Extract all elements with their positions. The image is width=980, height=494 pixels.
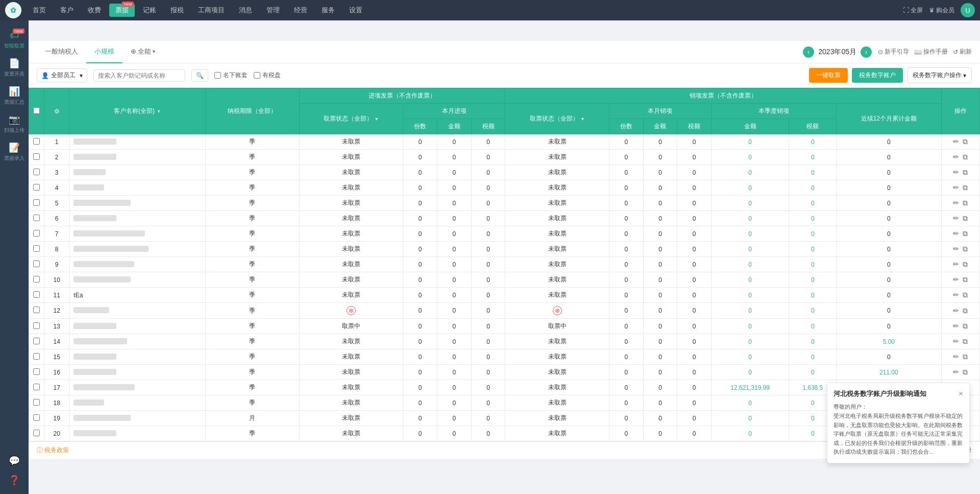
nav-management[interactable]: 管理 xyxy=(260,4,286,17)
row-checkbox-8[interactable] xyxy=(33,245,40,252)
copy-btn-1[interactable]: ⧉ xyxy=(963,137,968,146)
has-taxpad-checkbox[interactable] xyxy=(254,72,260,79)
row-checkbox-4[interactable] xyxy=(33,184,40,191)
refresh-btn[interactable]: ↺ 刷新 xyxy=(953,48,972,56)
copy-btn-8[interactable]: ⧉ xyxy=(963,245,968,253)
vip-btn[interactable]: ♛ 购会员 xyxy=(929,6,954,15)
copy-btn-2[interactable]: ⧉ xyxy=(963,153,968,161)
edit-btn-13[interactable]: ✏ xyxy=(953,322,959,330)
ticket-summary-icon: 📊 xyxy=(9,86,20,97)
copy-btn-9[interactable]: ⧉ xyxy=(963,260,968,268)
select-all-checkbox[interactable] xyxy=(33,107,40,114)
copy-btn-6[interactable]: ⧉ xyxy=(963,214,968,222)
sidebar-item-scan-upload[interactable]: 📷 扫描上传 xyxy=(0,110,29,138)
edit-btn-10[interactable]: ✏ xyxy=(953,275,959,284)
notif-close-btn[interactable]: × xyxy=(959,389,963,398)
my-accounts-checkbox-label[interactable]: 名下账套 xyxy=(214,71,248,80)
edit-btn-11[interactable]: ✏ xyxy=(953,291,959,299)
tab-general-taxpayer[interactable]: 一般纳税人 xyxy=(37,41,86,63)
row-checkbox-20[interactable] xyxy=(33,430,40,436)
row-checkbox-1[interactable] xyxy=(33,138,40,145)
sidebar-item-ticket-summary[interactable]: 📊 票据汇总 xyxy=(0,82,29,110)
edit-btn-1[interactable]: ✏ xyxy=(953,137,959,146)
row-checkbox-11[interactable] xyxy=(33,291,40,298)
sidebar-chat-btn[interactable]: 💬 xyxy=(6,452,23,469)
copy-btn-3[interactable]: ⧉ xyxy=(963,168,968,176)
edit-btn-9[interactable]: ✏ xyxy=(953,260,959,268)
row-checkbox-6[interactable] xyxy=(33,215,40,221)
row-checkbox-3[interactable] xyxy=(33,169,40,175)
tax-policy-link[interactable]: ⓘ 税务政策 xyxy=(37,446,69,455)
row-checkbox-5[interactable] xyxy=(33,199,40,206)
nav-clients[interactable]: 客户 xyxy=(54,4,80,17)
has-taxpad-checkbox-label[interactable]: 有税盘 xyxy=(254,71,281,80)
period-prev-btn[interactable]: ‹ xyxy=(803,46,814,58)
th-settings[interactable]: ⚙ xyxy=(44,88,69,134)
row-checkbox-18[interactable] xyxy=(33,399,40,406)
row-checkbox-7[interactable] xyxy=(33,230,40,237)
copy-btn-14[interactable]: ⧉ xyxy=(963,337,968,345)
edit-btn-8[interactable]: ✏ xyxy=(953,245,959,253)
edit-btn-6[interactable]: ✏ xyxy=(953,214,959,222)
edit-btn-2[interactable]: ✏ xyxy=(953,153,959,161)
nav-accounting[interactable]: 记账 xyxy=(137,4,162,17)
nav-business[interactable]: 工商项目 xyxy=(192,4,231,17)
period-next-btn[interactable]: › xyxy=(861,46,872,58)
nav-settings[interactable]: 设置 xyxy=(343,4,369,17)
my-accounts-checkbox[interactable] xyxy=(214,72,221,79)
row-checkbox-19[interactable] xyxy=(33,414,40,421)
row-checkbox-12[interactable] xyxy=(33,307,40,313)
row-in-tax: 0 xyxy=(471,165,505,180)
sidebar-help-btn[interactable]: ❓ xyxy=(6,472,23,489)
edit-btn-5[interactable]: ✏ xyxy=(953,199,959,207)
copy-btn-12[interactable]: ⧉ xyxy=(963,307,968,315)
row-checkbox-16[interactable] xyxy=(33,368,40,375)
new-guide-btn[interactable]: ⊙ 新手引导 xyxy=(878,48,909,56)
edit-btn-4[interactable]: ✏ xyxy=(953,183,959,192)
nav-messages[interactable]: 消息 xyxy=(233,4,258,17)
user-avatar[interactable]: U xyxy=(961,3,975,17)
nav-tickets[interactable]: 票据 new xyxy=(109,4,135,17)
sidebar-item-invoice-open[interactable]: 📄 发票开具 xyxy=(0,54,29,82)
manual-btn[interactable]: 📖 操作手册 xyxy=(914,48,948,56)
edit-btn-14[interactable]: ✏ xyxy=(953,337,959,345)
tax-digital-op-btn[interactable]: 税务数字账户操作 ▾ xyxy=(907,67,972,83)
one-click-btn[interactable]: 一键取票 xyxy=(809,68,848,83)
edit-btn-7[interactable]: ✏ xyxy=(953,229,959,238)
sidebar-item-ticket-entry[interactable]: 📝 票据录入 xyxy=(0,138,29,166)
copy-btn-11[interactable]: ⧉ xyxy=(963,291,968,299)
nav-tax[interactable]: 报税 xyxy=(164,4,190,17)
edit-btn-15[interactable]: ✏ xyxy=(953,352,959,361)
tab-small-scale[interactable]: 小规模 xyxy=(86,41,122,63)
copy-btn-16[interactable]: ⧉ xyxy=(963,368,968,376)
tab-all[interactable]: ⊕全能 ▾ xyxy=(122,41,163,63)
row-checkbox-15[interactable] xyxy=(33,353,40,360)
row-checkbox-17[interactable] xyxy=(33,384,40,390)
copy-btn-13[interactable]: ⧉ xyxy=(963,322,968,330)
nav-services[interactable]: 服务 xyxy=(315,4,341,17)
copy-btn-15[interactable]: ⧉ xyxy=(963,352,968,361)
row-checkbox-10[interactable] xyxy=(33,276,40,283)
copy-btn-10[interactable]: ⧉ xyxy=(963,275,968,284)
nav-home[interactable]: 首页 xyxy=(27,4,52,17)
row-client-name: tEa xyxy=(69,288,206,303)
row-checkbox-2[interactable] xyxy=(33,153,40,160)
row-checkbox-13[interactable] xyxy=(33,322,40,329)
edit-btn-3[interactable]: ✏ xyxy=(953,168,959,176)
row-checkbox-9[interactable] xyxy=(33,261,40,267)
nav-fees[interactable]: 收费 xyxy=(82,4,107,17)
nav-operation[interactable]: 经营 xyxy=(288,4,313,17)
employee-filter[interactable]: 👤 全部员工 ▾ xyxy=(37,68,87,82)
fullscreen-btn[interactable]: ⛶ 全屏 xyxy=(903,6,923,15)
edit-btn-12[interactable]: ✏ xyxy=(953,307,959,315)
row-quarter-amount: 0 xyxy=(711,303,789,319)
tax-digital-btn[interactable]: 税务数字账户 xyxy=(852,68,903,83)
edit-btn-16[interactable]: ✏ xyxy=(953,368,959,376)
sidebar-item-smart-ticket[interactable]: new 🏷 智能取票 xyxy=(0,26,29,54)
copy-btn-4[interactable]: ⧉ xyxy=(963,183,968,192)
copy-btn-7[interactable]: ⧉ xyxy=(963,229,968,238)
copy-btn-5[interactable]: ⧉ xyxy=(963,199,968,207)
search-button[interactable]: 🔍 xyxy=(191,69,208,82)
row-checkbox-14[interactable] xyxy=(33,338,40,344)
search-input[interactable] xyxy=(93,69,185,82)
